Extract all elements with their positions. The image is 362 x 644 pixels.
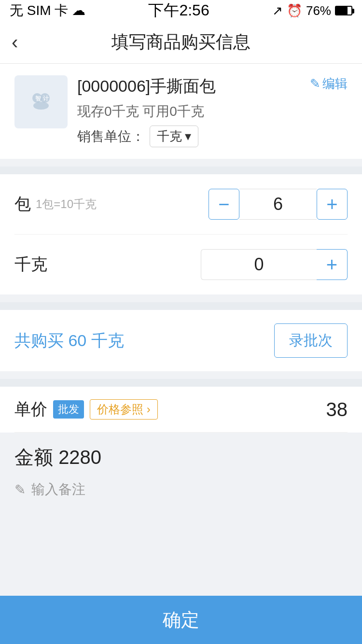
total-row: 共购买 60 千克 录批次 [0, 310, 362, 371]
price-row: 单价 批发 价格参照 › 38 [14, 398, 348, 433]
package-decrement-button[interactable]: − [209, 189, 239, 220]
package-label: 包 1包=10千克 [14, 193, 97, 215]
pencil-icon: ✎ [14, 482, 26, 498]
section-divider-1 [0, 167, 362, 174]
svg-text:智: 智 [35, 95, 41, 102]
pifa-tag: 批发 [53, 400, 84, 419]
package-input-section: 包 1包=10千克 − + 千克 + [0, 174, 362, 294]
svg-text:计: 计 [43, 95, 49, 102]
total-text: 共购买 60 千克 [14, 330, 124, 352]
price-label: 单价 批发 价格参照 › [14, 398, 158, 420]
page-title: 填写商品购买信息 [111, 30, 251, 54]
package-input-row: 包 1包=10千克 − + [14, 174, 348, 235]
remark-label: 输入备注 [31, 480, 85, 499]
chevron-down-icon: ▾ [185, 129, 191, 144]
kilogram-controls: + [201, 249, 348, 280]
product-stock: 现存0千克 可用0千克 [77, 102, 348, 121]
product-unit: 销售单位： 千克 ▾ [77, 126, 348, 147]
product-card: 智 计 [0000006]手撕面包 ✎ 编辑 现存0千克 可用0千克 销售单位：… [0, 64, 362, 159]
kilogram-label: 千克 [14, 253, 47, 276]
confirm-button[interactable]: 确定 [0, 596, 362, 644]
section-divider-3 [0, 379, 362, 387]
status-left: 无 SIM 卡 ☁ [10, 1, 85, 20]
edit-button[interactable]: ✎ 编辑 [310, 75, 348, 92]
back-button[interactable]: ‹ [12, 31, 18, 53]
price-value: 38 [326, 399, 348, 420]
batch-button[interactable]: 录批次 [274, 323, 348, 358]
status-bar: 无 SIM 卡 ☁ 下午2:56 ↗ ⏰ 76% [0, 0, 362, 21]
product-info: [0000006]手撕面包 ✎ 编辑 现存0千克 可用0千克 销售单位： 千克 … [77, 75, 348, 147]
edit-icon: ✎ [310, 76, 320, 91]
package-controls: − + [209, 189, 348, 220]
kilogram-input-row: 千克 + [14, 235, 348, 294]
status-time: 下午2:56 [148, 0, 209, 21]
price-ref-button[interactable]: 价格参照 › [90, 399, 158, 420]
amount-section: 金额 2280 ✎ 输入备注 [0, 433, 362, 513]
price-section: 单价 批发 价格参照 › 38 [0, 387, 362, 433]
product-thumbnail: 智 计 [14, 75, 68, 128]
status-right: ↗ ⏰ 76% [272, 3, 352, 18]
nav-bar: ‹ 填写商品购买信息 [0, 21, 362, 64]
unit-select[interactable]: 千克 ▾ [150, 126, 198, 147]
product-name: [0000006]手撕面包 [77, 75, 216, 98]
battery-label: 76% [306, 3, 331, 18]
section-divider-2 [0, 302, 362, 310]
location-icon: ↗ [272, 3, 283, 18]
product-thumb-icon: 智 计 [27, 87, 56, 116]
battery-icon [335, 6, 352, 15]
total-amount: 60 [68, 331, 86, 350]
package-quantity-input[interactable] [239, 189, 317, 220]
kilogram-quantity-input[interactable] [201, 249, 317, 280]
amount-value: 2280 [58, 447, 101, 468]
remark-row[interactable]: ✎ 输入备注 [14, 480, 348, 499]
kilogram-increment-button[interactable]: + [317, 249, 348, 280]
sim-label: 无 SIM 卡 ☁ [10, 1, 85, 20]
package-sublabel: 1包=10千克 [36, 196, 97, 212]
amount-row: 金额 2280 [14, 444, 348, 471]
alarm-icon: ⏰ [287, 3, 302, 18]
package-increment-button[interactable]: + [317, 189, 348, 220]
svg-point-2 [33, 102, 49, 110]
